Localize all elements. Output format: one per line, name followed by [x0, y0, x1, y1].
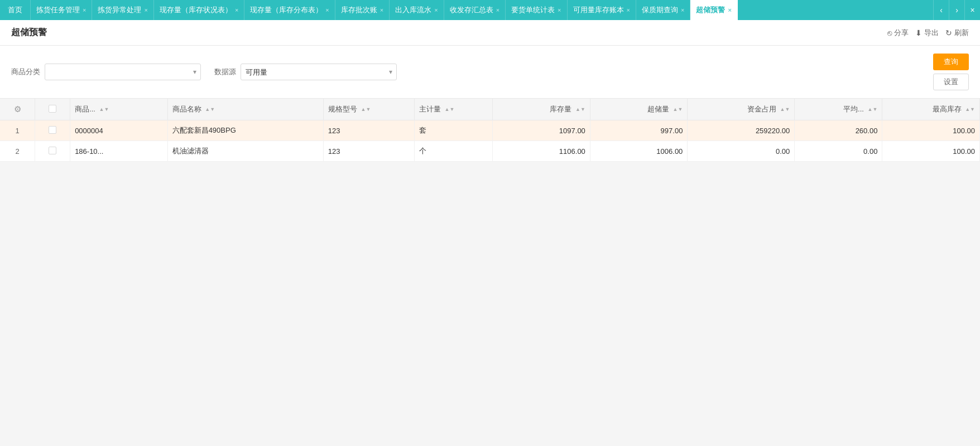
- nav-tab-order-stats[interactable]: 要货单统计表 ×: [506, 0, 567, 20]
- nav-tab-abnormal[interactable]: 拣货异常处理 ×: [92, 0, 153, 20]
- table-body: 1 0000004 六配套新昌490BPG 123 套 1097.00 997.…: [0, 120, 980, 162]
- page-title: 超储预警: [11, 27, 47, 45]
- col-header-name: 商品名称 ▲▼: [167, 99, 323, 120]
- nav-tab-batch[interactable]: 库存批次账 ×: [335, 0, 390, 20]
- header-actions: ⎋ 分享 ⬇ 导出 ↻ 刷新: [887, 28, 969, 45]
- row-checkbox: [35, 120, 70, 141]
- close-tab-icon[interactable]: ×: [235, 7, 238, 13]
- select-all-checkbox[interactable]: [49, 105, 56, 113]
- sort-icon[interactable]: ▲▼: [780, 107, 790, 112]
- row-maxstock: 100.00: [882, 141, 980, 162]
- page-header: 超储预警 ⎋ 分享 ⬇ 导出 ↻ 刷新: [0, 20, 980, 46]
- row-overstock: 997.00: [590, 120, 688, 141]
- close-tab-icon[interactable]: ×: [380, 7, 383, 13]
- nav-arrow-close[interactable]: ×: [964, 0, 980, 20]
- close-tab-icon[interactable]: ×: [627, 7, 630, 13]
- row-code: 186-10...: [70, 141, 168, 162]
- row-name: 机油滤清器: [167, 141, 323, 162]
- col-header-stock: 库存量 ▲▼: [493, 99, 590, 120]
- datasource-select-wrapper: 可用量 总量 ▾: [241, 64, 397, 80]
- close-tab-icon[interactable]: ×: [83, 7, 86, 13]
- col-header-unit: 主计量 ▲▼: [414, 99, 492, 120]
- row-spec: 123: [323, 141, 414, 162]
- table-header-row: ⚙ 商品... ▲▼ 商品名称 ▲▼ 规格型号 ▲▼ 主计: [0, 99, 980, 120]
- col-header-maxstock: 最高库存 ▲▼: [882, 99, 980, 120]
- row-stock: 1106.00: [493, 141, 590, 162]
- close-tab-icon[interactable]: ×: [496, 7, 499, 13]
- close-tab-icon[interactable]: ×: [434, 7, 438, 13]
- row-capital: 0.00: [688, 141, 795, 162]
- nav-tab-stock-status[interactable]: 现存量（库存状况表） ×: [154, 0, 244, 20]
- top-navigation: 首页 拣货任务管理 × 拣货异常处理 × 现存量（库存状况表） × 现存量（库存…: [0, 0, 980, 20]
- close-tab-icon[interactable]: ×: [558, 7, 561, 13]
- sort-icon[interactable]: ▲▼: [99, 107, 109, 112]
- col-header-spec: 规格型号 ▲▼: [323, 99, 414, 120]
- row-num: 2: [0, 141, 35, 162]
- row-code: 0000004: [70, 120, 168, 141]
- datasource-select[interactable]: 可用量 总量: [241, 64, 397, 80]
- col-header-code: 商品... ▲▼: [70, 99, 168, 120]
- row-num: 1: [0, 120, 35, 141]
- settings-gear-icon[interactable]: ⚙: [14, 104, 21, 114]
- sort-icon[interactable]: ▲▼: [965, 107, 975, 112]
- sort-icon[interactable]: ▲▼: [673, 107, 683, 112]
- category-filter: 商品分类 ▾: [11, 64, 201, 80]
- nav-tab-quality[interactable]: 保质期查询 ×: [636, 0, 690, 20]
- datasource-filter: 数据源 可用量 总量 ▾: [214, 64, 397, 80]
- row-checkbox: [35, 141, 70, 162]
- nav-arrow-left[interactable]: ‹: [933, 0, 949, 20]
- close-tab-icon[interactable]: ×: [681, 7, 684, 13]
- overstock-table: ⚙ 商品... ▲▼ 商品名称 ▲▼ 规格型号 ▲▼ 主计: [0, 99, 980, 162]
- row-capital: 259220.00: [688, 120, 795, 141]
- filter-bar: 商品分类 ▾ 数据源 可用量 总量 ▾ 查询 设置: [0, 46, 980, 99]
- sort-icon[interactable]: ▲▼: [361, 107, 371, 112]
- row-avg: 0.00: [795, 141, 882, 162]
- action-buttons: 查询 设置: [933, 54, 969, 90]
- table-row: 1 0000004 六配套新昌490BPG 123 套 1097.00 997.…: [0, 120, 980, 141]
- sort-icon[interactable]: ▲▼: [575, 107, 585, 112]
- close-tab-icon[interactable]: ×: [728, 7, 731, 13]
- nav-arrow-right[interactable]: ›: [949, 0, 964, 20]
- query-button[interactable]: 查询: [933, 54, 969, 70]
- category-label: 商品分类: [11, 67, 40, 77]
- table-row: 2 186-10... 机油滤清器 123 个 1106.00 1006.00 …: [0, 141, 980, 162]
- col-header-overstock: 超储量 ▲▼: [590, 99, 688, 120]
- nav-tab-inout-flow[interactable]: 出入库流水 ×: [390, 0, 444, 20]
- nav-tab-overstock[interactable]: 超储预警 ×: [690, 0, 737, 20]
- row-spec: 123: [323, 120, 414, 141]
- row-unit: 套: [414, 120, 492, 141]
- nav-tab-recv-send[interactable]: 收发存汇总表 ×: [444, 0, 506, 20]
- row-maxstock: 100.00: [882, 120, 980, 141]
- close-tab-icon[interactable]: ×: [144, 7, 147, 13]
- settings-button[interactable]: 设置: [933, 74, 969, 90]
- share-icon: ⎋: [887, 28, 892, 37]
- refresh-button[interactable]: ↻ 刷新: [945, 28, 969, 38]
- nav-tab-stock-dist[interactable]: 现存量（库存分布表） ×: [244, 0, 335, 20]
- sort-icon[interactable]: ▲▼: [868, 107, 878, 112]
- share-button[interactable]: ⎋ 分享: [887, 28, 909, 38]
- row-unit: 个: [414, 141, 492, 162]
- category-select[interactable]: [45, 64, 201, 80]
- row-name: 六配套新昌490BPG: [167, 120, 323, 141]
- nav-tab-available-stock[interactable]: 可用量库存账本 ×: [568, 0, 636, 20]
- close-tab-icon[interactable]: ×: [325, 7, 329, 13]
- col-header-settings: ⚙: [0, 99, 35, 120]
- col-header-avg: 平均... ▲▼: [795, 99, 882, 120]
- export-button[interactable]: ⬇ 导出: [915, 28, 939, 38]
- nav-tab-task-mgmt[interactable]: 拣货任务管理 ×: [31, 0, 92, 20]
- datasource-label: 数据源: [214, 67, 236, 77]
- row-overstock: 1006.00: [590, 141, 688, 162]
- row-select-checkbox[interactable]: [49, 126, 56, 134]
- row-select-checkbox[interactable]: [49, 147, 56, 154]
- col-header-checkbox: [35, 99, 70, 120]
- row-stock: 1097.00: [493, 120, 590, 141]
- sort-icon[interactable]: ▲▼: [445, 107, 455, 112]
- refresh-icon: ↻: [945, 28, 952, 37]
- col-header-capital: 资金占用 ▲▼: [688, 99, 795, 120]
- nav-home[interactable]: 首页: [0, 0, 31, 20]
- sort-icon[interactable]: ▲▼: [205, 107, 215, 112]
- row-avg: 260.00: [795, 120, 882, 141]
- table-container: ⚙ 商品... ▲▼ 商品名称 ▲▼ 规格型号 ▲▼ 主计: [0, 99, 980, 162]
- export-icon: ⬇: [915, 28, 922, 37]
- category-select-wrapper: ▾: [45, 64, 201, 80]
